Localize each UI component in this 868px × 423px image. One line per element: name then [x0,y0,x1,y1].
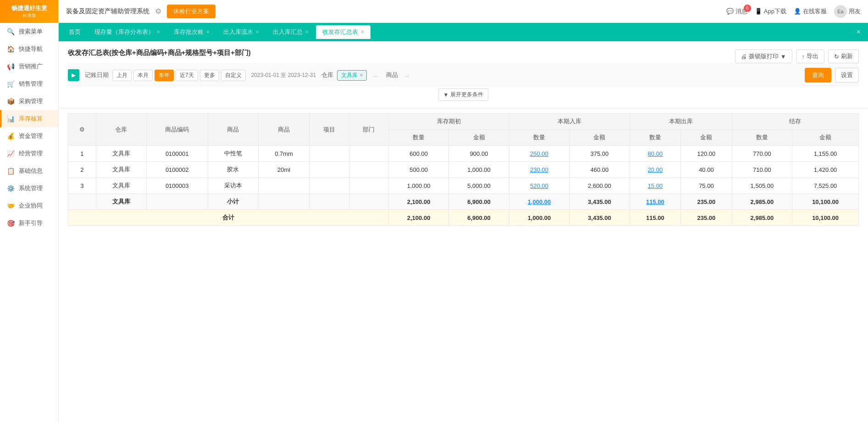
sidebar-item-enterprise[interactable]: 🤝 企业协同 [0,197,58,214]
set-button[interactable]: 设置 [835,68,859,82]
date-more[interactable]: 更多 [200,70,219,81]
enterprise-icon: 🤝 [7,202,16,209]
cell-in-qty[interactable]: 520.00 [509,178,569,194]
cell-out-amt: 40.00 [681,162,732,178]
sidebar: 畅捷通好生意 标准版 🔍 搜索菜单 🏠 快捷导航 📢 营销推广 🛒 销售管理 📦… [0,0,59,423]
warehouse-filter-label: 仓库 [321,71,333,79]
table-wrap: ⚙ 仓库 商品编码 商品 商品 项目 部门 库存期初 本期入库 本期出库 结存 … [59,109,868,235]
tab-batch-close[interactable]: × [206,29,210,35]
date-filter-section: 记账日期 上月 本月 本年 近7天 更多 自定义 2023-01-01 至 20… [85,70,316,81]
warehouse-tag-close[interactable]: × [359,72,363,78]
tab-in-out-summary-close[interactable]: × [305,29,309,35]
col-gear[interactable]: ⚙ [68,114,96,146]
tab-close-all[interactable]: × [853,26,864,38]
cell-spec: 20ml [258,162,309,178]
cell-in-qty[interactable]: 1,000.00 [509,194,569,210]
tab-collection-summary-close[interactable]: × [361,29,364,35]
sidebar-item-quicknav[interactable]: 🏠 快捷导航 [0,40,58,58]
date-7days[interactable]: 近7天 [176,70,198,81]
tab-in-out-flow-close[interactable]: × [256,29,259,35]
tab-in-out-flow[interactable]: 出入库流水 × [217,25,265,39]
cell-spec [258,194,309,210]
sidebar-item-operations[interactable]: 📈 经营管理 [0,145,58,162]
content-area: 收发存汇总表(按仓库+商品编码+商品+规格型号+项目+部门) 🖨 拨锁版打印 ▼… [59,41,868,423]
filter-bar: ▶ 记账日期 上月 本月 本年 近7天 更多 自定义 2023-01-01 至 … [68,63,859,86]
cell-out-qty[interactable]: 80.00 [630,146,681,162]
purchase-icon: 📦 [7,98,16,105]
sidebar-item-search[interactable]: 🔍 搜索菜单 [0,23,58,40]
col-opening-qty: 数量 [388,130,448,146]
cell-out-qty[interactable]: 20.00 [630,162,681,178]
cell-in-amt: 2,600.00 [569,178,630,194]
export-button[interactable]: ↑ 导出 [796,49,825,63]
sidebar-item-sales[interactable]: 🛒 销售管理 [0,75,58,93]
query-button[interactable]: 查询 [805,68,831,82]
sidebar-item-purchase[interactable]: 📦 采购管理 [0,93,58,110]
print-button[interactable]: 🖨 拨锁版打印 ▼ [735,49,792,63]
sidebar-label-purchase: 采购管理 [19,97,43,105]
export-icon: ↑ [802,53,805,60]
tab-inventory-dist-close[interactable]: × [157,29,160,35]
sidebar-item-inventory[interactable]: 📊 库存核算 [0,110,58,127]
tab-batch[interactable]: 库存批次账 × [167,25,216,39]
cell-open-qty: 500.00 [388,162,448,178]
tab-batch-label: 库存批次账 [174,28,204,36]
cell-open-amt: 900.00 [449,146,509,162]
date-custom[interactable]: 自定义 [221,70,246,81]
cell-name: 采访本 [208,178,258,194]
app-download-item[interactable]: 📱 App下载 [755,7,786,16]
tab-collection-summary[interactable]: 收发存汇总表 × [316,25,370,39]
cell-no: 1 [68,146,96,162]
col-bal-amt: 金额 [792,130,859,146]
export-label: 导出 [807,52,818,60]
cell-warehouse: 文具库 [96,178,146,194]
tab-in-out-summary[interactable]: 出入库汇总 × [266,25,315,39]
warehouse-more-btn[interactable]: ... [370,71,381,79]
sidebar-label-system: 系统管理 [19,184,43,192]
col-out-group: 本期出库 [630,114,732,130]
expand-conditions-button[interactable]: ▼ 展开更多条件 [438,88,489,101]
cell-in-qty[interactable]: 250.00 [509,146,569,162]
basicinfo-icon: 📋 [7,167,16,175]
header-left: 装备及固定资产辅助管理系统 ⚙ 体验行业方案 [66,5,216,18]
cell-name: 胶水 [208,162,258,178]
sidebar-item-guide[interactable]: 🎯 新手引导 [0,214,58,232]
date-this-year[interactable]: 本年 [155,70,174,81]
sidebar-item-finance[interactable]: 💰 资金管理 [0,127,58,145]
notification-item[interactable]: 💬 消息 6 [726,7,747,16]
cell-bal-qty: 770.00 [732,146,792,162]
cell-in-qty[interactable]: 230.00 [509,162,569,178]
user-item[interactable]: Ea 用友 [834,5,861,18]
col-bal-qty: 数量 [732,130,792,146]
trial-button[interactable]: 体验行业方案 [167,5,216,18]
col-in-group: 本期入库 [509,114,630,130]
tab-inventory-dist[interactable]: 现存量（库存分布表） × [88,25,166,39]
col-code-header: 商品编码 [146,114,208,146]
online-service-item[interactable]: 👤 在线客服 [794,7,827,16]
col-out-qty: 数量 [630,130,681,146]
sidebar-item-marketing[interactable]: 📢 营销推广 [0,58,58,75]
cell-warehouse: 文具库 [96,194,146,210]
top-header: 装备及固定资产辅助管理系统 ⚙ 体验行业方案 💬 消息 6 📱 App下载 👤 … [59,0,868,23]
cell-code: 0100003 [146,178,208,194]
tab-bar: 首页 现存量（库存分布表） × 库存批次账 × 出入库流水 × 出入库汇总 × … [59,23,868,41]
settings-icon[interactable]: ⚙ [155,7,161,16]
cell-bal-qty: 2,985.00 [732,194,792,210]
sales-icon: 🛒 [7,80,16,88]
tab-home[interactable]: 首页 [62,25,87,39]
sidebar-label-search: 搜索菜单 [19,27,43,36]
warehouse-tag[interactable]: 文具库 × [337,70,367,81]
tab-collection-summary-label: 收发存汇总表 [322,28,358,36]
cell-out-qty[interactable]: 115.00 [630,194,681,210]
cell-name: 中性笔 [208,146,258,162]
col-balance-group: 结存 [732,114,858,130]
date-this-month[interactable]: 本月 [133,70,153,81]
date-last-month[interactable]: 上月 [112,70,132,81]
goods-more-btn[interactable]: ... [402,71,412,79]
filter-expand-arrow[interactable]: ▶ [68,69,79,81]
cell-no: 3 [68,178,96,194]
sidebar-item-system[interactable]: ⚙️ 系统管理 [0,180,58,197]
refresh-button[interactable]: ↻ 刷新 [828,49,859,63]
sidebar-item-basic-info[interactable]: 📋 基础信息 [0,162,58,180]
cell-out-qty[interactable]: 15.00 [630,178,681,194]
